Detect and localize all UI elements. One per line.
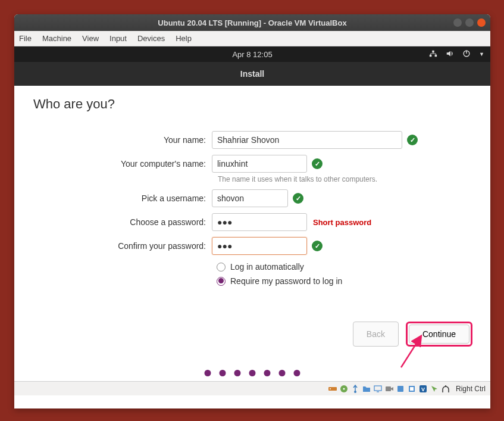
- window-controls: [453, 18, 486, 27]
- radio-selected-icon: [217, 277, 226, 286]
- progress-dots: [205, 370, 300, 376]
- password-input[interactable]: [212, 213, 307, 231]
- volume-icon[interactable]: [446, 49, 454, 60]
- gnome-topbar: Apr 8 12:05 ▼: [14, 46, 490, 62]
- maximize-button[interactable]: [465, 18, 474, 27]
- username-input[interactable]: [212, 189, 288, 207]
- login-auto-label: Log in automatically: [230, 262, 304, 272]
- shared-folder-icon[interactable]: [362, 384, 371, 394]
- menubar: File Machine View Input Devices Help: [14, 31, 490, 46]
- chevron-down-icon[interactable]: ▼: [479, 51, 484, 57]
- install-title: Install: [240, 69, 264, 79]
- confirm-password-label: Confirm your password:: [33, 241, 212, 251]
- login-auto-radio[interactable]: Log in automatically: [217, 262, 471, 272]
- name-input[interactable]: [212, 131, 402, 149]
- radio-icon: [217, 263, 226, 272]
- login-require-label: Require my password to log in: [230, 276, 342, 286]
- name-label: Your name:: [33, 135, 212, 145]
- svg-rect-16: [410, 387, 414, 391]
- dot: [294, 370, 300, 376]
- vbox-icon[interactable]: V: [418, 384, 428, 394]
- optical-icon[interactable]: [339, 384, 349, 394]
- password-label: Choose a password:: [33, 217, 212, 227]
- page-heading: Who are you?: [33, 96, 471, 112]
- minimize-button[interactable]: [453, 18, 462, 27]
- svg-rect-1: [430, 54, 432, 57]
- menu-file[interactable]: File: [19, 34, 32, 43]
- menu-machine[interactable]: Machine: [42, 34, 71, 43]
- menu-view[interactable]: View: [82, 34, 99, 43]
- vm-statusbar: V Right Ctrl: [14, 381, 490, 395]
- computer-name-input[interactable]: [212, 155, 307, 173]
- password-warning: Short password: [313, 218, 371, 227]
- check-icon: ✓: [293, 193, 303, 204]
- recording-icon[interactable]: [384, 384, 394, 394]
- audio-icon[interactable]: [396, 384, 405, 394]
- svg-rect-14: [397, 386, 403, 392]
- back-button[interactable]: Back: [353, 322, 399, 347]
- svg-point-9: [343, 388, 345, 389]
- menu-devices[interactable]: Devices: [137, 34, 165, 43]
- datetime[interactable]: Apr 8 12:05: [232, 50, 272, 59]
- check-icon: ✓: [407, 135, 418, 145]
- dot: [220, 370, 226, 376]
- install-header: Install: [14, 62, 490, 86]
- power-icon[interactable]: [462, 49, 471, 60]
- continue-highlight: Continue: [406, 322, 472, 347]
- continue-button[interactable]: Continue: [409, 325, 469, 344]
- menu-input[interactable]: Input: [109, 34, 127, 43]
- computer-name-label: Your computer's name:: [33, 159, 212, 169]
- window-title: Ubuntu 20.04 LTS [Running] - Oracle VM V…: [158, 18, 346, 27]
- dot: [234, 370, 241, 376]
- hdd-icon[interactable]: [328, 384, 337, 394]
- svg-rect-0: [432, 50, 434, 52]
- dot: [249, 370, 256, 376]
- hostkey-label: Right Ctrl: [456, 385, 486, 393]
- display-icon[interactable]: [373, 384, 383, 394]
- username-label: Pick a username:: [33, 194, 212, 203]
- check-icon: ✓: [312, 241, 323, 251]
- svg-text:V: V: [421, 386, 425, 392]
- svg-rect-2: [435, 54, 437, 57]
- dot: [205, 370, 211, 376]
- install-content: Who are you? Your name: ✓ Your computer'…: [14, 86, 490, 381]
- usb-icon[interactable]: [350, 384, 360, 394]
- svg-rect-13: [386, 386, 391, 391]
- dot: [264, 370, 271, 376]
- vm-window: Ubuntu 20.04 LTS [Running] - Oracle VM V…: [14, 14, 490, 408]
- keyboard-icon[interactable]: [441, 384, 450, 394]
- computer-name-hint: The name it uses when it talks to other …: [218, 175, 471, 183]
- titlebar: Ubuntu 20.04 LTS [Running] - Oracle VM V…: [14, 14, 490, 31]
- menu-help[interactable]: Help: [176, 34, 192, 43]
- svg-point-7: [330, 388, 331, 389]
- check-icon: ✓: [312, 158, 323, 169]
- svg-point-10: [354, 391, 356, 393]
- login-require-radio[interactable]: Require my password to log in: [217, 276, 471, 286]
- network-status-icon[interactable]: [407, 384, 417, 394]
- dot: [279, 370, 286, 376]
- confirm-password-input[interactable]: [212, 237, 307, 255]
- mouse-icon[interactable]: [430, 384, 439, 394]
- network-icon[interactable]: [429, 49, 437, 60]
- svg-rect-11: [374, 386, 381, 391]
- close-button[interactable]: [477, 18, 486, 27]
